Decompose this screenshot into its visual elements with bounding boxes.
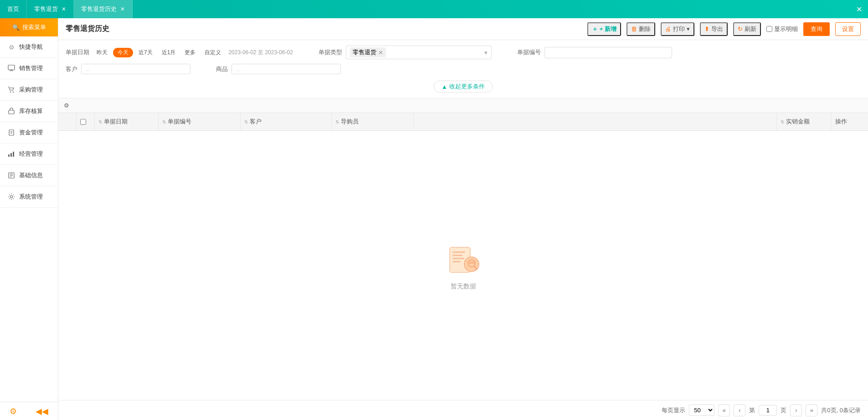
col-operations: 操作 xyxy=(832,113,868,130)
page-label: 第 xyxy=(749,406,755,415)
next-page-button[interactable]: › xyxy=(790,405,802,416)
col-settings xyxy=(58,113,77,130)
select-all-checkbox[interactable] xyxy=(80,119,86,125)
doc-date-sort-icon: ⇅ xyxy=(98,119,102,124)
header-actions: ＋ + 新增 🗑 删除 🖨 打印 ▾ ⬆ 导出 ↻ xyxy=(587,22,861,36)
svg-rect-6 xyxy=(9,130,14,135)
customer-select[interactable]: ... xyxy=(81,64,190,74)
sidebar: 🔍 搜索菜单 ⊙ 快捷导航 销售管理 采购管理 xyxy=(0,18,58,420)
first-page-button[interactable]: « xyxy=(718,405,730,416)
doc-type-tag-close[interactable]: ✕ xyxy=(378,49,383,56)
svg-point-4 xyxy=(13,92,14,92)
svg-rect-11 xyxy=(13,152,14,157)
tab-bar: 首页 零售退货 ✕ 零售退货历史 ✕ xyxy=(0,0,850,18)
doc-type-select[interactable]: 零售退货 ✕ ▾ xyxy=(346,46,492,59)
sidebar-nav: ⊙ 快捷导航 销售管理 采购管理 库存核算 xyxy=(0,36,58,402)
export-icon: ⬆ xyxy=(704,26,709,32)
last-page-button[interactable]: » xyxy=(806,405,817,416)
sidebar-item-inventory[interactable]: 库存核算 xyxy=(0,101,58,122)
goods-label: 商品 xyxy=(216,65,228,73)
sidebar-item-purchase-mgmt[interactable]: 采购管理 xyxy=(0,79,58,101)
date-custom[interactable]: 自定义 xyxy=(201,48,225,57)
col-doc-number[interactable]: ⇅ 单据编号 xyxy=(159,113,241,130)
svg-rect-19 xyxy=(452,255,462,256)
col-customer[interactable]: ⇅ 客户 xyxy=(241,113,332,130)
empty-text: 暂无数据 xyxy=(451,282,476,291)
customer-label: 客户 xyxy=(66,65,77,73)
sidebar-item-quick-nav[interactable]: ⊙ 快捷导航 xyxy=(0,36,58,58)
prev-page-button[interactable]: ‹ xyxy=(734,405,745,416)
date-today[interactable]: 今天 xyxy=(113,48,133,57)
doc-type-label: 单据类型 xyxy=(318,48,342,56)
page-size-select[interactable]: 50 10 20 100 xyxy=(689,405,714,416)
show-detail-input[interactable] xyxy=(766,26,772,32)
col-spacer xyxy=(414,113,777,130)
customer-filter: 客户 ... xyxy=(66,64,190,74)
table-header: ⇅ 单据日期 ⇅ 单据编号 ⇅ 客户 ⇅ 导购员 ⇅ 实销 xyxy=(58,113,868,131)
date-7days[interactable]: 近7天 xyxy=(135,48,156,57)
refresh-button[interactable]: ↻ 刷新 xyxy=(733,22,761,36)
per-page-label: 每页显示 xyxy=(662,406,685,415)
customer-sort-icon: ⇅ xyxy=(244,119,248,124)
settings-button[interactable]: 设置 xyxy=(835,22,861,36)
page-number-input[interactable] xyxy=(759,405,777,415)
tab-retail-return[interactable]: 零售退货 ✕ xyxy=(27,0,74,18)
filter-row-1: 单据日期 昨天 今天 近7天 近1月 更多 自定义 2023-06-02 至 2… xyxy=(66,46,861,59)
sidebar-item-finance[interactable]: 资金管理 xyxy=(0,122,58,143)
empty-state: 暂无数据 xyxy=(445,241,482,291)
sidebar-item-operations[interactable]: 经营管理 xyxy=(0,143,58,165)
tab-retail-return-history[interactable]: 零售退货历史 ✕ xyxy=(74,0,133,18)
new-button[interactable]: ＋ + 新增 xyxy=(587,22,621,36)
delete-button[interactable]: 🗑 删除 xyxy=(627,22,655,36)
goods-select[interactable]: ... xyxy=(231,64,341,74)
date-yesterday[interactable]: 昨天 xyxy=(93,48,111,57)
page-suffix-label: 页 xyxy=(781,406,786,415)
show-detail-checkbox[interactable]: 显示明细 xyxy=(766,25,798,33)
doc-type-filter: 单据类型 零售退货 ✕ ▾ xyxy=(318,46,492,59)
search-icon: 🔍 xyxy=(12,24,20,31)
settings-footer-icon[interactable]: ⚙ xyxy=(10,406,17,416)
table-body: 暂无数据 xyxy=(58,131,868,400)
sidebar-item-basic-info[interactable]: 基础信息 xyxy=(0,165,58,186)
query-button[interactable]: 查询 xyxy=(803,22,830,36)
tab-home[interactable]: 首页 xyxy=(0,0,27,18)
doc-number-input[interactable] xyxy=(544,47,672,58)
close-tab-retail-return[interactable]: ✕ xyxy=(62,6,66,12)
topbar: 首页 零售退货 ✕ 零售退货历史 ✕ ✕ xyxy=(0,0,868,18)
date-options: 昨天 今天 近7天 近1月 更多 自定义 xyxy=(93,48,225,57)
table-container: ⚙ ⇅ 单据日期 ⇅ 单据编号 ⇅ 客户 xyxy=(58,98,868,400)
filter-row-2: 客户 ... 商品 ... xyxy=(66,64,861,74)
doc-number-sort-icon: ⇅ xyxy=(162,119,166,124)
date-filter: 单据日期 昨天 今天 近7天 近1月 更多 自定义 2023-06-02 至 2… xyxy=(66,48,293,57)
col-checkbox[interactable] xyxy=(77,113,95,130)
collapse-button[interactable]: ▲ 收起更多条件 xyxy=(434,81,493,92)
print-button[interactable]: 🖨 打印 ▾ xyxy=(661,22,694,36)
close-tab-retail-return-history[interactable]: ✕ xyxy=(120,6,125,12)
table-settings-icon[interactable]: ⚙ xyxy=(64,102,69,109)
svg-rect-10 xyxy=(10,153,12,157)
window-close-button[interactable]: ✕ xyxy=(850,0,868,18)
plus-icon: ＋ xyxy=(592,25,598,33)
main-layout: 🔍 搜索菜单 ⊙ 快捷导航 销售管理 采购管理 xyxy=(0,18,868,420)
sidebar-item-system-mgmt[interactable]: 系统管理 xyxy=(0,186,58,208)
sidebar-item-sales-mgmt[interactable]: 销售管理 xyxy=(0,58,58,79)
total-info: 共0页, 0条记录 xyxy=(821,406,861,415)
date-1month[interactable]: 近1月 xyxy=(158,48,180,57)
svg-point-16 xyxy=(10,196,13,198)
date-more[interactable]: 更多 xyxy=(181,48,199,57)
col-guide[interactable]: ⇅ 导购员 xyxy=(332,113,414,130)
quick-nav-icon: ⊙ xyxy=(7,43,15,51)
basic-info-icon xyxy=(7,171,15,179)
audio-footer-icon[interactable]: ◀◀ xyxy=(36,406,48,416)
export-button[interactable]: ⬆ 导出 xyxy=(700,22,728,36)
col-doc-date[interactable]: ⇅ 单据日期 xyxy=(95,113,159,130)
col-actual-amount[interactable]: ⇅ 实销金额 xyxy=(777,113,832,130)
sidebar-footer: ⚙ ◀◀ xyxy=(0,402,58,420)
sales-mgmt-icon xyxy=(7,64,15,72)
table-toolbar: ⚙ xyxy=(58,98,868,113)
sidebar-search[interactable]: 🔍 搜索菜单 xyxy=(0,18,58,36)
svg-point-3 xyxy=(10,92,11,92)
content-area: 零售退货历史 ＋ + 新增 🗑 删除 🖨 打印 ▾ ⬆ 导出 xyxy=(58,18,868,420)
date-range-display: 2023-06-02 至 2023-06-02 xyxy=(228,49,293,56)
pagination-bar: 每页显示 50 10 20 100 « ‹ 第 页 › » 共0页, 0条记录 xyxy=(58,400,868,420)
